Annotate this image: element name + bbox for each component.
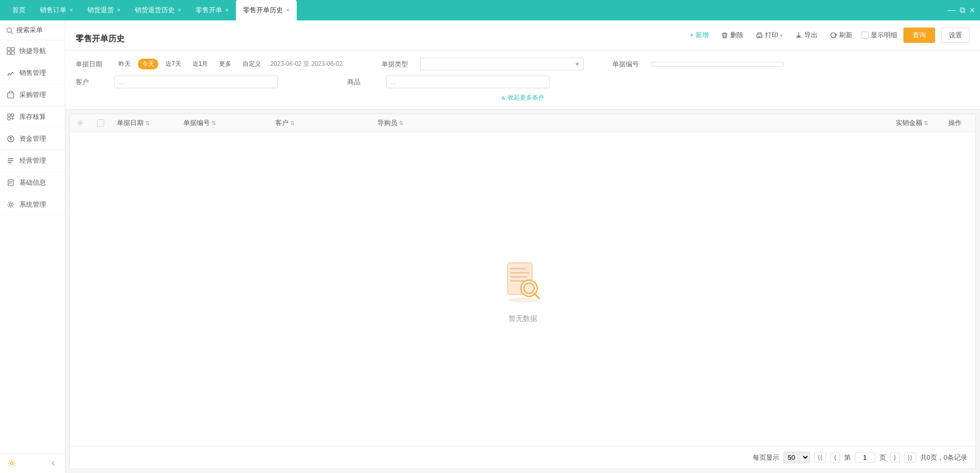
restore-btn[interactable]: ⧉ bbox=[960, 6, 965, 15]
page-next-btn[interactable]: ⟩ bbox=[890, 453, 900, 463]
svg-rect-5 bbox=[11, 52, 14, 55]
date-opt-today[interactable]: 今天 bbox=[138, 59, 158, 69]
page-number-input[interactable] bbox=[855, 452, 875, 463]
refresh-button[interactable]: 刷新 bbox=[827, 29, 855, 42]
svg-rect-6 bbox=[8, 93, 14, 98]
page-first-btn[interactable]: ⟨⟨ bbox=[814, 453, 826, 463]
date-filter-label: 单据日期 bbox=[76, 60, 106, 69]
svg-point-13 bbox=[11, 462, 13, 465]
sidebar-item-purchase-mgmt[interactable]: 采购管理 bbox=[0, 84, 65, 106]
settings-gear-icon[interactable] bbox=[7, 459, 16, 468]
tab-sales-order-close[interactable]: × bbox=[69, 7, 73, 14]
goods-ellipsis: ... bbox=[391, 78, 396, 86]
inventory-icon bbox=[6, 112, 15, 121]
sidebar-item-system-mgmt[interactable]: 系统管理 bbox=[0, 194, 65, 216]
sidebar-collapse-icon[interactable] bbox=[49, 459, 58, 468]
tab-sales-return[interactable]: 销货退货 × bbox=[80, 0, 128, 20]
export-label: 导出 bbox=[804, 31, 818, 40]
tab-home[interactable]: 首页 bbox=[5, 0, 33, 20]
delete-button[interactable]: 删除 bbox=[718, 29, 747, 42]
th-amount-sort: ⇅ bbox=[924, 120, 928, 127]
pagination: 每页显示 10 20 50 100 ⟨⟨ ⟨ 第 页 ⟩ ⟩⟩ 共0页，0条记录 bbox=[70, 446, 975, 468]
sidebar-item-quick-nav-label: 快捷导航 bbox=[19, 46, 46, 56]
svg-line-1 bbox=[11, 32, 13, 34]
svg-rect-8 bbox=[11, 114, 14, 116]
header-checkbox bbox=[97, 119, 104, 127]
query-button[interactable]: 查询 bbox=[903, 28, 935, 43]
th-date[interactable]: 单据日期 ⇅ bbox=[111, 118, 177, 128]
sidebar-item-basic-info[interactable]: 基础信息 bbox=[0, 172, 65, 194]
print-label: 打印 bbox=[765, 31, 778, 40]
num-filter-input[interactable] bbox=[651, 62, 784, 67]
svg-point-15 bbox=[79, 122, 81, 124]
goods-filter-label: 商品 bbox=[347, 78, 378, 87]
th-guide-sort: ⇅ bbox=[399, 120, 403, 127]
home-tab-label: 首页 bbox=[12, 6, 26, 15]
export-button[interactable]: 导出 bbox=[792, 29, 821, 42]
tab-retail-open-history-close[interactable]: × bbox=[286, 7, 290, 14]
add-button[interactable]: + 新增 bbox=[687, 29, 712, 42]
th-customer[interactable]: 客户 ⇅ bbox=[269, 118, 371, 128]
sidebar-item-ops-mgmt[interactable]: 经营管理 bbox=[0, 150, 65, 172]
tab-retail-open-history[interactable]: 零售开单历史 × bbox=[236, 0, 297, 20]
sidebar-search[interactable]: 搜索采单 bbox=[0, 20, 65, 40]
setting-button[interactable]: 设置 bbox=[941, 28, 970, 43]
th-num-label: 单据编号 bbox=[183, 118, 210, 128]
tab-retail-open-close[interactable]: × bbox=[225, 7, 229, 14]
customer-filter-input[interactable]: ... bbox=[114, 76, 278, 88]
th-amount[interactable]: 实销金额 ⇅ bbox=[873, 118, 935, 128]
th-guide[interactable]: 导购员 ⇅ bbox=[371, 118, 438, 128]
th-customer-label: 客户 bbox=[275, 118, 289, 128]
tab-retail-open-history-label: 零售开单历史 bbox=[243, 6, 283, 15]
th-check[interactable] bbox=[90, 119, 111, 127]
tab-sales-return-history[interactable]: 销货退货历史 × bbox=[128, 0, 188, 20]
per-page-select[interactable]: 10 20 50 100 bbox=[783, 452, 810, 463]
display-detail-checkbox[interactable]: 显示明细 bbox=[862, 31, 897, 40]
sidebar-item-quick-nav[interactable]: 快捷导航 bbox=[0, 40, 65, 62]
sidebar-item-inventory[interactable]: 库存核算 bbox=[0, 106, 65, 128]
date-range-display: 2023-06-02 至 2023-06-02 bbox=[270, 60, 342, 68]
svg-point-12 bbox=[10, 204, 12, 206]
refresh-label: 刷新 bbox=[839, 31, 852, 40]
goods-filter-input[interactable]: ... bbox=[386, 76, 549, 88]
th-amount-label: 实销金额 bbox=[896, 118, 922, 128]
th-num[interactable]: 单据编号 ⇅ bbox=[177, 118, 269, 128]
basic-info-icon bbox=[6, 178, 15, 187]
sidebar-item-finance-mgmt-label: 资金管理 bbox=[19, 134, 46, 143]
purchase-mgmt-icon bbox=[6, 90, 15, 99]
tab-sales-return-label: 销货退货 bbox=[87, 6, 114, 15]
svg-rect-20 bbox=[510, 276, 528, 278]
empty-text: 暂无数据 bbox=[509, 314, 537, 323]
filter-row-2: 客户 ... 商品 ... bbox=[76, 76, 970, 88]
sidebar: 搜索采单 快捷导航 销售管理 bbox=[0, 20, 65, 473]
date-opt-yesterday[interactable]: 昨天 bbox=[114, 59, 135, 69]
th-settings[interactable] bbox=[70, 119, 90, 127]
page-last-btn[interactable]: ⟩⟩ bbox=[904, 453, 916, 463]
sidebar-bottom bbox=[0, 453, 65, 473]
page-prev-btn[interactable]: ⟨ bbox=[830, 453, 840, 463]
print-dropdown-icon: ▾ bbox=[780, 33, 783, 38]
tab-sales-order[interactable]: 销售订单 × bbox=[33, 0, 80, 20]
date-opt-7days[interactable]: 近7天 bbox=[161, 59, 185, 69]
collapse-bar[interactable]: ∧ 收起更多条件 bbox=[76, 93, 970, 102]
sidebar-item-sales-mgmt[interactable]: 销售管理 bbox=[0, 62, 65, 84]
svg-rect-2 bbox=[7, 47, 10, 51]
tab-sales-return-history-close[interactable]: × bbox=[178, 7, 181, 14]
date-opt-more[interactable]: 更多 bbox=[215, 59, 235, 69]
minimize-btn[interactable]: — bbox=[947, 6, 955, 15]
svg-rect-7 bbox=[8, 114, 10, 116]
th-num-sort: ⇅ bbox=[211, 120, 216, 127]
tab-sales-order-label: 销售订单 bbox=[40, 6, 66, 15]
tab-sales-return-close[interactable]: × bbox=[117, 7, 121, 14]
date-opt-custom[interactable]: 自定义 bbox=[238, 59, 265, 69]
sidebar-item-ops-mgmt-label: 经营管理 bbox=[19, 156, 46, 165]
ops-mgmt-icon bbox=[6, 156, 15, 165]
th-action-label: 操作 bbox=[948, 118, 962, 128]
date-opt-1month[interactable]: 近1月 bbox=[188, 59, 212, 69]
tab-retail-open[interactable]: 零售开单 × bbox=[188, 0, 236, 20]
filter-row-1: 单据日期 昨天 今天 近7天 近1月 更多 自定义 2023-06-02 至 2… bbox=[76, 58, 970, 70]
type-filter-select[interactable]: ▾ bbox=[420, 58, 584, 70]
sidebar-item-finance-mgmt[interactable]: 资金管理 bbox=[0, 128, 65, 150]
close-btn[interactable]: × bbox=[969, 5, 975, 16]
print-button[interactable]: 打印 ▾ bbox=[753, 29, 786, 42]
